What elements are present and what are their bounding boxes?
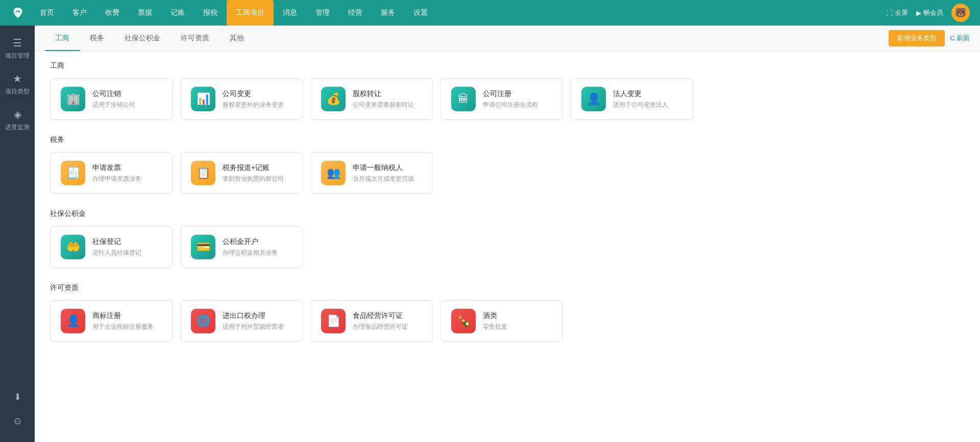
sidebar-download-btn[interactable]: ⬇ [0,386,35,408]
card-公积金开户[interactable]: 💳公积金开户办理公积金相关业务 [180,226,303,268]
card-title: 酒类 [483,311,552,321]
card-desc: 当月或次月成变更完成 [353,175,422,183]
sidebar-label-project-manage: 项目管理 [5,52,30,60]
card-icon: 📄 [321,309,346,333]
card-title: 食品经营许可证 [353,311,422,321]
card-desc: 适用于公司变更法人 [613,101,682,109]
card-申请发票[interactable]: 🧾申请发票办理申请发票业务 [50,152,173,194]
user-avatar[interactable]: 🐻 [951,4,970,22]
tab-bar-actions: 新增业务类型C 刷新 [889,30,970,46]
nav-item-收费[interactable]: 收费 [96,0,129,26]
card-icon: 👥 [321,161,346,185]
card-icon: 💳 [191,235,215,259]
card-title: 社保登记 [92,237,162,247]
section-社保公积金: 社保公积金🤲社保登记进行人员社保登记💳公积金开户办理公积金相关业务 [50,209,965,268]
card-商标注册[interactable]: 👤商标注册用于企业商标注册服务 [50,300,173,342]
sidebar-location-btn[interactable]: ⊙ [0,410,35,432]
tab-社保公积金[interactable]: 社保公积金 [114,26,170,51]
section-title: 许可资质 [50,283,965,292]
page-content: 工商🏢公司注销适用于注销公司📊公司变更股权变更外的业务变更💰股权转让公司变更需要… [35,51,980,442]
card-icon: 🍾 [451,309,476,333]
card-公司变更[interactable]: 📊公司变更股权变更外的业务变更 [180,78,303,120]
cards-grid: 👤商标注册用于企业商标注册服务🌐进出口权办理适用于对外贸易经营者📄食品经营许可证… [50,300,965,342]
card-desc: 股权变更外的业务变更 [223,101,292,109]
card-icon: 👤 [61,309,85,333]
nav-item-服务[interactable]: 服务 [372,0,404,26]
sidebar-item-progress[interactable]: ◈ 进度监测 [0,102,35,138]
card-desc: 申请公司注册全流程 [483,101,552,109]
card-title: 税务报道+记账 [223,163,292,173]
card-股权转让[interactable]: 💰股权转让公司变更需要股权转让 [310,78,433,120]
sidebar-label-progress: 进度监测 [5,123,30,132]
tab-工商[interactable]: 工商 [45,26,80,51]
card-title: 公司注销 [92,89,162,99]
card-法人变更[interactable]: 👤法人变更适用于公司变更法人 [571,78,693,120]
card-申请一般纳税人[interactable]: 👥申请一般纳税人当月或次月成变更完成 [310,152,433,194]
fullscreen-icon: ⛶ [886,9,893,17]
nav-item-经营[interactable]: 经营 [339,0,372,26]
card-icon: 💰 [321,87,346,111]
left-sidebar: ☰ 项目管理 ★ 项目类型 ◈ 进度监测 ⬇ ⊙ [0,26,35,442]
tab-税务[interactable]: 税务 [80,26,114,51]
nav-item-工商项目[interactable]: 工商项目 [227,0,274,26]
card-title: 商标注册 [92,311,162,321]
nav-item-消息[interactable]: 消息 [274,0,306,26]
card-info: 税务报道+记账拿到营业执照的新公司 [223,163,292,183]
card-title: 进出口权办理 [223,311,292,321]
card-desc: 适用于注销公司 [92,101,162,109]
card-进出口权办理[interactable]: 🌐进出口权办理适用于对外贸易经营者 [180,300,303,342]
card-info: 公积金开户办理公积金相关业务 [223,237,292,257]
fullscreen-label: 全屏 [895,8,908,17]
card-info: 申请一般纳税人当月或次月成变更完成 [353,163,422,183]
card-desc: 办理申请发票业务 [92,175,162,183]
card-info: 法人变更适用于公司变更法人 [613,89,682,109]
card-info: 商标注册用于企业商标注册服务 [92,311,162,331]
card-icon: 📊 [191,87,215,111]
cards-grid: 🧾申请发票办理申请发票业务📋税务报道+记账拿到营业执照的新公司👥申请一般纳税人当… [50,152,965,194]
card-icon: 📋 [191,161,215,185]
nav-right: ⛶ 全屏 ▶ 畅会员 🐻 [886,4,970,22]
nav-item-客户[interactable]: 客户 [63,0,96,26]
tab-其他[interactable]: 其他 [219,26,254,51]
card-title: 申请一般纳税人 [353,163,422,173]
sidebar-label-project-type: 项目类型 [5,87,30,96]
section-工商: 工商🏢公司注销适用于注销公司📊公司变更股权变更外的业务变更💰股权转让公司变更需要… [50,61,965,120]
tab-许可资质[interactable]: 许可资质 [170,26,219,51]
card-title: 申请发票 [92,163,162,173]
nav-item-首页[interactable]: 首页 [31,0,63,26]
card-title: 公司注册 [483,89,552,99]
content-area: 工商税务社保公积金许可资质其他新增业务类型C 刷新 工商🏢公司注销适用于注销公司… [35,26,980,442]
section-title: 社保公积金 [50,209,965,218]
card-info: 社保登记进行人员社保登记 [92,237,162,257]
card-desc: 拿到营业执照的新公司 [223,175,292,183]
nav-item-票据[interactable]: 票据 [129,0,161,26]
section-税务: 税务🧾申请发票办理申请发票业务📋税务报道+记账拿到营业执照的新公司👥申请一般纳税… [50,135,965,194]
refresh-button[interactable]: C 刷新 [950,34,970,43]
sidebar-item-project-type[interactable]: ★ 项目类型 [0,66,35,102]
card-icon: 🏛 [451,87,476,111]
card-info: 公司变更股权变更外的业务变更 [223,89,292,109]
card-税务报道+记账[interactable]: 📋税务报道+记账拿到营业执照的新公司 [180,152,303,194]
nav-item-管理[interactable]: 管理 [306,0,339,26]
nav-item-设置[interactable]: 设置 [404,0,437,26]
cards-grid: 🤲社保登记进行人员社保登记💳公积金开户办理公积金相关业务 [50,226,965,268]
star-icon: ★ [13,72,22,85]
card-icon: 🧾 [61,161,85,185]
new-type-button[interactable]: 新增业务类型 [889,30,945,46]
nav-item-报税[interactable]: 报税 [194,0,227,26]
sidebar-item-project-manage[interactable]: ☰ 项目管理 [0,31,35,66]
vip-btn[interactable]: ▶ 畅会员 [916,8,943,17]
card-食品经营许可证[interactable]: 📄食品经营许可证办理食品经营许可证 [310,300,433,342]
card-title: 股权转让 [353,89,422,99]
card-公司注册[interactable]: 🏛公司注册申请公司注册全流程 [440,78,563,120]
logo [5,6,31,20]
card-酒类[interactable]: 🍾酒类零售批发 [440,300,563,342]
fullscreen-btn[interactable]: ⛶ 全屏 [886,8,908,17]
card-公司注销[interactable]: 🏢公司注销适用于注销公司 [50,78,173,120]
vip-icon: ▶ [916,9,921,17]
card-desc: 用于企业商标注册服务 [92,323,162,331]
nav-item-记账[interactable]: 记账 [161,0,194,26]
progress-icon: ◈ [14,108,21,120]
cards-grid: 🏢公司注销适用于注销公司📊公司变更股权变更外的业务变更💰股权转让公司变更需要股权… [50,78,965,120]
card-社保登记[interactable]: 🤲社保登记进行人员社保登记 [50,226,173,268]
